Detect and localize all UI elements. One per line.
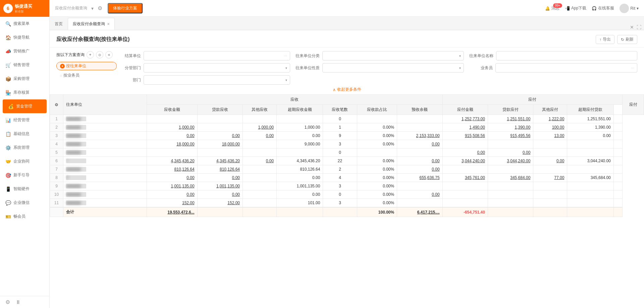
settings-bottom-icon[interactable]: ⚙	[5, 299, 10, 305]
table-container[interactable]: ⚙ 往来单位 应收 应付 应付	[50, 94, 644, 308]
table-cell[interactable]	[533, 199, 567, 208]
table-cell[interactable]	[442, 199, 488, 208]
table-cell[interactable]: 152.00	[197, 199, 243, 208]
sidebar-item-finance[interactable]: 💰 资金管理	[3, 99, 47, 113]
table-cell[interactable]: 3,044,240.00	[488, 157, 533, 165]
table-cell[interactable]: 1,001,135.00	[197, 182, 243, 190]
app-download-button[interactable]: 📲 App下载	[565, 5, 586, 11]
table-cell[interactable]: 655,636.75	[397, 174, 442, 182]
table-cell[interactable]: 0.00	[147, 132, 197, 140]
tab-home[interactable]: 首页	[50, 18, 68, 30]
table-cell[interactable]	[488, 165, 533, 174]
sidebar-item-hardware[interactable]: 📱 智能硬件	[0, 182, 49, 196]
sidebar-item-member[interactable]: 🎫 畅会员	[0, 210, 49, 223]
table-cell[interactable]	[533, 140, 567, 148]
table-cell[interactable]	[197, 123, 243, 132]
promo-button[interactable]: 体验行业方案	[108, 3, 143, 13]
table-cell[interactable]: 1,000.00	[243, 123, 277, 132]
tab-close-icon[interactable]: ✕	[107, 22, 110, 26]
window-close-icon[interactable]: ✕	[630, 25, 634, 30]
add-scheme-button[interactable]: +	[87, 51, 94, 58]
table-cell[interactable]: 0.00	[397, 165, 442, 174]
table-cell[interactable]: 18,000.00	[147, 140, 197, 148]
table-cell[interactable]	[243, 174, 277, 182]
table-cell[interactable]: 0.00	[442, 148, 488, 157]
table-cell[interactable]: 0.00	[197, 190, 243, 199]
table-cell[interactable]	[533, 165, 567, 174]
dept-select[interactable]: ▾	[144, 75, 290, 85]
table-cell[interactable]: 1,252,773.00	[442, 115, 488, 123]
refresh-button[interactable]: ↻ 刷新	[617, 35, 637, 44]
table-cell[interactable]: 3,044,240.00	[442, 157, 488, 165]
table-cell[interactable]	[197, 115, 243, 123]
table-cell[interactable]: 4,345,436.20	[147, 157, 197, 165]
collapse-sidebar-icon[interactable]: ⏸	[15, 299, 21, 305]
header-gear-icon[interactable]: ⚙	[98, 5, 102, 11]
sidebar-item-purchase[interactable]: 📦 采购管理	[0, 72, 49, 86]
collapse-more-button[interactable]: ∧ 收起更多条件	[50, 85, 644, 94]
table-cell[interactable]	[488, 199, 533, 208]
table-cell[interactable]	[243, 140, 277, 148]
table-cell[interactable]: 1,222.00	[533, 115, 567, 123]
table-cell[interactable]: 1,390.00	[488, 123, 533, 132]
table-cell[interactable]: 1,000.00	[147, 123, 197, 132]
table-cell[interactable]: 13.00	[533, 132, 567, 140]
partner-category-select[interactable]: ▾	[322, 51, 464, 60]
table-cell[interactable]	[243, 115, 277, 123]
tab-arquery[interactable]: 应收应付余额查询 ✕	[68, 18, 115, 30]
table-cell[interactable]	[488, 190, 533, 199]
scheme-salesperson[interactable]: ○ 按业务员	[56, 72, 117, 79]
table-cell[interactable]: 100.00	[533, 123, 567, 132]
table-cell[interactable]: 0.00	[147, 190, 197, 199]
total-ar-amount[interactable]: 19,553,472,6...	[147, 207, 197, 217]
total-ar-advance[interactable]: 6,417,215....	[397, 207, 442, 217]
table-cell[interactable]: 0.00	[397, 140, 442, 148]
table-cell[interactable]	[397, 199, 442, 208]
table-cell[interactable]: 0.00	[243, 157, 277, 165]
salesperson-input[interactable]: ···	[495, 63, 637, 73]
table-cell[interactable]: 0.00	[147, 174, 197, 182]
table-cell[interactable]	[243, 199, 277, 208]
breadcrumb-dropdown-icon[interactable]: ▾	[91, 6, 94, 11]
table-cell[interactable]: 0.00	[197, 132, 243, 140]
table-cell[interactable]: 0.00	[197, 174, 243, 182]
sidebar-item-system[interactable]: ⚙️ 系统管理	[0, 141, 49, 155]
table-cell[interactable]	[197, 148, 243, 157]
table-cell[interactable]: 2,153,333.00	[397, 132, 442, 140]
table-cell[interactable]	[147, 115, 197, 123]
table-cell[interactable]	[397, 123, 442, 132]
partner-name-input[interactable]	[496, 51, 637, 60]
notification-button[interactable]: 🔔 消息 99+	[545, 5, 559, 11]
sidebar-item-quick[interactable]: 🏠 快捷导航	[0, 31, 49, 44]
table-cell[interactable]	[442, 165, 488, 174]
table-cell[interactable]: 1,490.00	[442, 123, 488, 132]
table-cell[interactable]: 810,126.64	[147, 165, 197, 174]
table-cell[interactable]	[488, 140, 533, 148]
table-cell[interactable]: 0.00	[488, 148, 533, 157]
window-maximize-icon[interactable]: ⛶	[637, 25, 641, 30]
table-cell[interactable]	[442, 140, 488, 148]
scheme-settings-button[interactable]: ⊙	[96, 51, 103, 58]
export-button[interactable]: ↑ 导出	[596, 35, 614, 44]
table-cell[interactable]: 4,345,436.20	[197, 157, 243, 165]
table-cell[interactable]	[533, 148, 567, 157]
table-cell[interactable]	[397, 148, 442, 157]
sidebar-item-sales[interactable]: 🛒 销售管理	[0, 58, 49, 72]
sidebar-item-marketing[interactable]: 📣 营销推广	[0, 44, 49, 58]
table-cell[interactable]	[243, 165, 277, 174]
table-cell[interactable]	[397, 182, 442, 190]
table-cell[interactable]	[533, 190, 567, 199]
table-cell[interactable]: 0.00	[533, 157, 567, 165]
partner-nature-select[interactable]: ▾	[322, 63, 464, 73]
table-cell[interactable]: 0.00	[397, 157, 442, 165]
table-cell[interactable]: 1,001,135.00	[147, 182, 197, 190]
sidebar-item-inventory[interactable]: 🏪 库存核算	[0, 86, 49, 99]
table-cell[interactable]: 345,761.00	[442, 174, 488, 182]
table-cell[interactable]: 0.00	[243, 132, 277, 140]
user-menu[interactable]: Rit ▾	[620, 4, 639, 13]
online-service-button[interactable]: 🎧 在线客服	[592, 5, 614, 11]
table-cell[interactable]: 77.00	[533, 174, 567, 182]
table-settings-icon[interactable]: ⚙	[55, 102, 58, 107]
settlement-input[interactable]: ···	[144, 51, 290, 60]
table-cell[interactable]	[442, 182, 488, 190]
